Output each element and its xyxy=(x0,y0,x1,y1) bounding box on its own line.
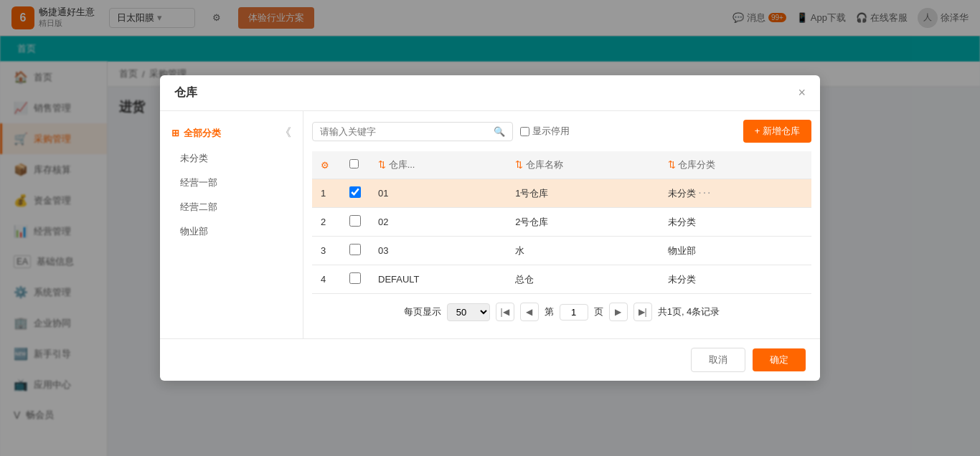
table-row[interactable]: 1 01 1号仓库 未分类 ··· xyxy=(312,179,811,208)
cat-item-unclassified[interactable]: 未分类 xyxy=(160,146,303,171)
warehouse-table: ⚙ ⇅ 仓库... ⇅ xyxy=(312,151,811,294)
th-code: ⇅ 仓库... xyxy=(369,151,507,179)
row-checkbox-cell xyxy=(341,179,369,208)
table-row[interactable]: 2 02 2号仓库 未分类 xyxy=(312,208,811,237)
modal-header: 仓库 × xyxy=(160,75,820,111)
table-header-row: ⚙ ⇅ 仓库... ⇅ xyxy=(312,151,811,179)
modal-body: ⊞ 全部分类 《 未分类 经营一部 经营二部 物业部 🔍 xyxy=(160,111,820,338)
table-area: 🔍 显示停用 + 新增仓库 ⚙ xyxy=(303,111,820,338)
confirm-btn[interactable]: 确定 xyxy=(753,348,806,371)
show-disabled-label: 显示停用 xyxy=(520,125,570,138)
modal-title: 仓库 xyxy=(174,85,197,100)
per-page-label: 每页显示 xyxy=(404,305,441,318)
row-checkbox[interactable] xyxy=(349,186,361,198)
page-first-btn[interactable]: |◀ xyxy=(496,303,514,321)
row-name: 2号仓库 xyxy=(507,208,659,237)
row-num: 2 xyxy=(312,208,341,237)
row-name: 水 xyxy=(507,237,659,265)
pagination: 每页显示 50 20 100 |◀ ◀ 第 页 ▶ ▶| 共1页, 4条记录 xyxy=(312,294,811,330)
row-category: 未分类 ··· xyxy=(659,179,811,208)
row-code: 03 xyxy=(369,237,507,265)
cancel-btn[interactable]: 取消 xyxy=(691,348,745,372)
select-all-checkbox[interactable] xyxy=(349,159,359,168)
th-settings: ⚙ xyxy=(312,151,341,179)
cat-item-operations2[interactable]: 经营二部 xyxy=(160,195,303,219)
page-input[interactable] xyxy=(560,304,588,320)
collapse-icon[interactable]: 《 xyxy=(280,125,291,141)
modal-footer: 取消 确定 xyxy=(160,338,820,381)
row-checkbox[interactable] xyxy=(349,272,361,284)
add-warehouse-btn[interactable]: + 新增仓库 xyxy=(743,120,811,143)
search-box: 🔍 xyxy=(312,122,513,141)
row-checkbox[interactable] xyxy=(349,244,361,255)
th-name: ⇅ 仓库名称 xyxy=(507,151,659,179)
modal-close-btn[interactable]: × xyxy=(798,85,806,100)
row-num: 1 xyxy=(312,179,341,208)
total-label: 共1页, 4条记录 xyxy=(658,305,720,318)
page-prev-btn[interactable]: ◀ xyxy=(520,303,539,321)
row-checkbox-cell xyxy=(341,237,369,265)
all-category-label: ⊞ 全部分类 xyxy=(171,127,221,140)
th-checkbox xyxy=(341,151,369,179)
warehouse-modal: 仓库 × ⊞ 全部分类 《 未分类 经营一部 经营二部 物业部 xyxy=(160,75,820,381)
row-num: 3 xyxy=(312,237,341,265)
row-name: 1号仓库 xyxy=(507,179,659,208)
settings-th-icon: ⚙ xyxy=(321,160,329,171)
row-category: 未分类 xyxy=(659,265,811,294)
all-category-header[interactable]: ⊞ 全部分类 《 xyxy=(160,120,303,146)
search-input[interactable] xyxy=(320,126,489,137)
search-icon: 🔍 xyxy=(494,126,505,137)
page-next-btn[interactable]: ▶ xyxy=(609,303,628,321)
category-sidebar: ⊞ 全部分类 《 未分类 经营一部 经营二部 物业部 xyxy=(160,111,303,338)
per-page-select[interactable]: 50 20 100 xyxy=(447,303,490,321)
cat-item-operations1[interactable]: 经营一部 xyxy=(160,171,303,195)
table-row[interactable]: 3 03 水 物业部 xyxy=(312,237,811,265)
row-code: DEFAULT xyxy=(369,265,507,294)
show-disabled-checkbox[interactable] xyxy=(520,127,529,136)
row-checkbox[interactable] xyxy=(349,215,361,227)
row-category: 物业部 xyxy=(659,237,811,265)
row-num: 4 xyxy=(312,265,341,294)
page-end-label: 页 xyxy=(594,305,603,318)
th-category: ⇅ 仓库分类 xyxy=(659,151,811,179)
row-category: 未分类 xyxy=(659,208,811,237)
grid-icon: ⊞ xyxy=(171,128,179,138)
table-scroll: ⚙ ⇅ 仓库... ⇅ xyxy=(312,151,811,294)
table-toolbar: 🔍 显示停用 + 新增仓库 xyxy=(312,120,811,143)
modal-overlay: 仓库 × ⊞ 全部分类 《 未分类 经营一部 经营二部 物业部 xyxy=(0,0,980,456)
row-checkbox-cell xyxy=(341,265,369,294)
row-checkbox-cell xyxy=(341,208,369,237)
row-code: 02 xyxy=(369,208,507,237)
row-code: 01 xyxy=(369,179,507,208)
table-row[interactable]: 4 DEFAULT 总仓 未分类 xyxy=(312,265,811,294)
cat-item-property[interactable]: 物业部 xyxy=(160,219,303,244)
row-name: 总仓 xyxy=(507,265,659,294)
page-last-btn[interactable]: ▶| xyxy=(633,303,652,321)
page-label: 第 xyxy=(545,305,554,318)
row-actions-btn[interactable]: ··· xyxy=(698,186,712,199)
